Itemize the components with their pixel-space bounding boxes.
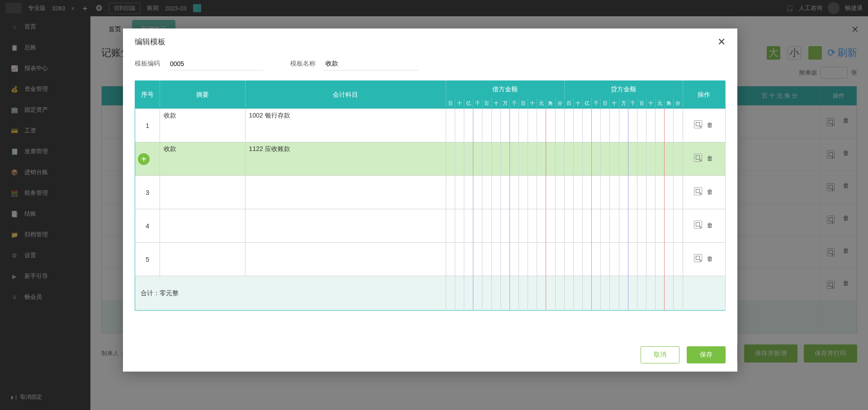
digit-cell[interactable] — [646, 176, 655, 209]
digit-cell[interactable] — [619, 276, 628, 311]
digit-cell[interactable] — [573, 243, 582, 276]
close-icon[interactable]: ✕ — [717, 37, 726, 47]
copy-icon[interactable] — [694, 187, 702, 195]
digit-cell[interactable] — [573, 209, 582, 243]
digit-cell[interactable] — [637, 142, 646, 176]
digit-cell[interactable] — [537, 243, 546, 276]
table-row[interactable]: 4 — [135, 209, 726, 243]
digit-cell[interactable] — [582, 142, 591, 176]
digit-cell[interactable] — [610, 209, 619, 243]
digit-cell[interactable] — [656, 243, 665, 276]
digit-cell[interactable] — [564, 243, 573, 276]
cancel-button[interactable]: 取消 — [641, 346, 679, 363]
digit-cell[interactable] — [519, 209, 528, 243]
digit-cell[interactable] — [573, 176, 582, 209]
digit-cell[interactable] — [546, 209, 555, 243]
digit-cell[interactable] — [500, 109, 509, 142]
summary-cell[interactable] — [160, 176, 245, 209]
digit-cell[interactable] — [582, 276, 591, 311]
digit-cell[interactable] — [455, 176, 464, 209]
digit-cell[interactable] — [555, 176, 564, 209]
digit-cell[interactable] — [500, 142, 509, 176]
digit-cell[interactable] — [610, 176, 619, 209]
copy-icon[interactable] — [694, 120, 702, 128]
digit-cell[interactable] — [582, 243, 591, 276]
digit-cell[interactable] — [464, 209, 473, 243]
digit-cell[interactable] — [637, 243, 646, 276]
digit-cell[interactable] — [601, 109, 610, 142]
digit-cell[interactable] — [482, 243, 491, 276]
digit-cell[interactable] — [519, 142, 528, 176]
digit-cell[interactable] — [500, 176, 509, 209]
digit-cell[interactable] — [473, 109, 482, 142]
digit-cell[interactable] — [546, 243, 555, 276]
digit-cell[interactable] — [564, 142, 573, 176]
digit-cell[interactable] — [537, 109, 546, 142]
digit-cell[interactable] — [546, 276, 555, 311]
copy-icon[interactable] — [694, 154, 702, 162]
digit-cell[interactable] — [656, 142, 665, 176]
digit-cell[interactable] — [637, 109, 646, 142]
digit-cell[interactable] — [656, 209, 665, 243]
digit-cell[interactable] — [555, 209, 564, 243]
subject-cell[interactable] — [245, 176, 446, 209]
digit-cell[interactable] — [509, 209, 519, 243]
digit-cell[interactable] — [446, 142, 455, 176]
digit-cell[interactable] — [665, 276, 674, 311]
digit-cell[interactable] — [646, 142, 655, 176]
digit-cell[interactable] — [491, 176, 500, 209]
digit-cell[interactable] — [555, 109, 564, 142]
digit-cell[interactable] — [446, 109, 455, 142]
digit-cell[interactable] — [482, 142, 491, 176]
digit-cell[interactable] — [665, 209, 674, 243]
table-row[interactable]: 3 — [135, 176, 726, 209]
digit-cell[interactable] — [473, 276, 482, 311]
digit-cell[interactable] — [455, 243, 464, 276]
digit-cell[interactable] — [665, 176, 674, 209]
digit-cell[interactable] — [537, 276, 546, 311]
digit-cell[interactable] — [528, 276, 537, 311]
digit-cell[interactable] — [646, 243, 655, 276]
digit-cell[interactable] — [555, 243, 564, 276]
delete-icon[interactable] — [706, 156, 714, 164]
digit-cell[interactable] — [646, 209, 655, 243]
digit-cell[interactable] — [646, 276, 655, 311]
digit-cell[interactable] — [564, 109, 573, 142]
digit-cell[interactable] — [573, 109, 582, 142]
digit-cell[interactable] — [491, 209, 500, 243]
digit-cell[interactable] — [582, 109, 591, 142]
digit-cell[interactable] — [592, 176, 601, 209]
digit-cell[interactable] — [546, 176, 555, 209]
digit-cell[interactable] — [509, 176, 519, 209]
digit-cell[interactable] — [491, 243, 500, 276]
digit-cell[interactable] — [491, 109, 500, 142]
digit-cell[interactable] — [519, 176, 528, 209]
digit-cell[interactable] — [500, 243, 509, 276]
digit-cell[interactable] — [464, 176, 473, 209]
digit-cell[interactable] — [646, 109, 655, 142]
digit-cell[interactable] — [637, 176, 646, 209]
digit-cell[interactable] — [446, 276, 455, 311]
digit-cell[interactable] — [509, 243, 519, 276]
digit-cell[interactable] — [546, 142, 555, 176]
digit-cell[interactable] — [592, 142, 601, 176]
digit-cell[interactable] — [491, 276, 500, 311]
copy-icon[interactable] — [694, 221, 702, 229]
digit-cell[interactable] — [637, 276, 646, 311]
digit-cell[interactable] — [491, 142, 500, 176]
digit-cell[interactable] — [464, 142, 473, 176]
digit-cell[interactable] — [610, 276, 619, 311]
digit-cell[interactable] — [665, 142, 674, 176]
subject-cell[interactable]: 1002 银行存款 — [245, 109, 446, 142]
digit-cell[interactable] — [628, 209, 637, 243]
digit-cell[interactable] — [628, 243, 637, 276]
digit-cell[interactable] — [473, 243, 482, 276]
digit-cell[interactable] — [619, 243, 628, 276]
digit-cell[interactable] — [601, 209, 610, 243]
digit-cell[interactable] — [601, 243, 610, 276]
digit-cell[interactable] — [674, 109, 683, 142]
delete-icon[interactable] — [706, 189, 714, 198]
delete-icon[interactable] — [706, 123, 714, 131]
digit-cell[interactable] — [519, 243, 528, 276]
digit-cell[interactable] — [601, 176, 610, 209]
